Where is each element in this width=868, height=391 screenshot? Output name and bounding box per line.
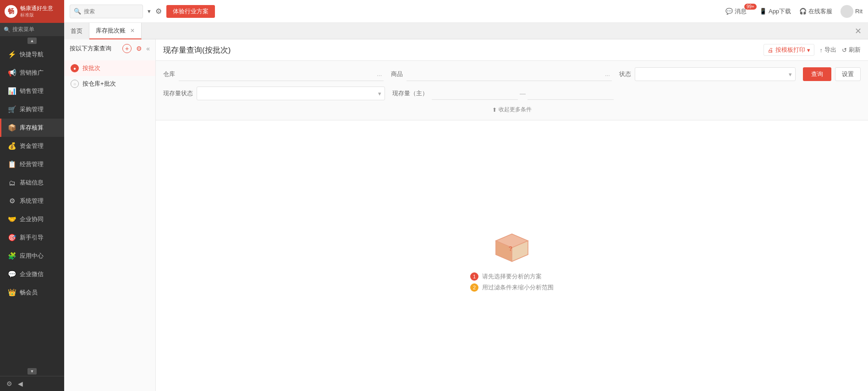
scheme-list: ● 按批次 ○ 按仓库+批次 (64, 58, 155, 94)
purchase-icon: 🛒 (8, 105, 16, 114)
close-all-tabs-btn[interactable]: ✕ (848, 26, 868, 36)
right-panel: 现存量查询(按批次) 🖨 按模板打印 ▾ ↑ 导出 ↺ 刷新 (156, 39, 868, 391)
scroll-down-arrow[interactable]: ▼ (27, 368, 37, 375)
app-center-icon: 🧩 (8, 252, 16, 260)
scheme-item-batch[interactable]: ● 按批次 (64, 60, 155, 76)
warehouse-filter: 仓库 ... (163, 67, 384, 81)
sidebar-item-enterprise-wechat[interactable]: 💬 企业微信 (0, 265, 64, 283)
product-dots[interactable]: ... (605, 71, 612, 77)
headset-icon: 🎧 (799, 8, 807, 15)
collapse-up-icon: ⬆ (492, 107, 497, 113)
tip-item-1: 1 请先选择要分析的方案 (470, 272, 554, 281)
operations-icon: 📋 (8, 160, 16, 168)
product-label: 商品 (391, 70, 403, 78)
sidebar-item-operations[interactable]: 📋 经营管理 (0, 155, 64, 174)
warehouse-label: 仓库 (163, 70, 175, 78)
content-area: 按以下方案查询 + ⚙ « ● 按批次 (64, 39, 868, 391)
system-icon: ⚙ (8, 197, 16, 205)
guide-icon: 🎯 (8, 234, 16, 242)
app-version: 标准版 (20, 12, 53, 18)
tip-num-2: 2 (470, 283, 478, 292)
app-download-btn[interactable]: 📱 App下载 (759, 7, 791, 16)
sidebar-item-label: 快捷导航 (20, 50, 44, 59)
print-dropdown-icon[interactable]: ▾ (807, 47, 810, 54)
tab-batch-account-label: 库存批次账 (96, 27, 126, 35)
trial-button[interactable]: 体验行业方案 (166, 5, 215, 18)
scheme-dot-outline: ○ (71, 80, 79, 88)
scheme-batch-label: 按批次 (82, 64, 100, 72)
sidebar-item-quick-nav[interactable]: ⚡ 快捷导航 (0, 45, 64, 64)
scheme-gear-btn[interactable]: ⚙ (134, 44, 143, 53)
sidebar-item-label: 企业协同 (20, 215, 44, 223)
sidebar-item-label: 销售管理 (20, 87, 44, 95)
sidebar-item-marketing[interactable]: 📢 营销推广 (0, 64, 64, 82)
print-btn[interactable]: 🖨 按模板打印 ▾ (764, 44, 814, 56)
sidebar-item-vip[interactable]: 👑 畅会员 (0, 283, 64, 302)
topbar-dropdown[interactable]: ▾ (148, 8, 151, 15)
quantity-min-input[interactable] (432, 87, 518, 100)
collapse-more-btn[interactable]: ⬆ 收起更多条件 (163, 106, 861, 114)
tab-close-icon[interactable]: ✕ (130, 27, 135, 34)
warehouse-input-block[interactable]: ... (179, 67, 384, 81)
sidebar-item-new-guide[interactable]: 🎯 新手引导 (0, 228, 64, 247)
sales-icon: 📊 (8, 87, 16, 95)
query-button[interactable]: 查询 (803, 67, 831, 81)
sidebar-item-inventory[interactable]: 📦 库存核算 (0, 119, 64, 137)
sidebar-item-basic[interactable]: 🗂 基础信息 (0, 174, 64, 192)
sidebar-item-label: 企业微信 (20, 270, 44, 278)
sidebar-item-enterprise-collab[interactable]: 🤝 企业协同 (0, 210, 64, 228)
export-btn[interactable]: ↑ 导出 (820, 46, 837, 54)
tab-batch-account[interactable]: 库存批次账 ✕ (89, 23, 142, 39)
quantity-main-label: 现存量（主） (392, 89, 428, 98)
export-label: 导出 (824, 46, 836, 54)
sidebar-nav: ⚡ 快捷导航 📢 营销推广 📊 销售管理 🛒 采购管理 📦 库存核算 💰 资金管… (0, 45, 64, 367)
collapse-left-panel-btn[interactable]: « (146, 45, 150, 52)
topbar-gear-icon[interactable]: ⚙ (155, 7, 162, 16)
quantity-max-input[interactable] (527, 87, 614, 100)
sidebar-item-label: 新手引导 (20, 234, 44, 242)
status-filter: 状态 (619, 67, 796, 81)
sidebar-item-label: 应用中心 (20, 252, 44, 260)
scheme-dot-active: ● (71, 64, 79, 72)
topbar: 🔍 ▾ ⚙ 体验行业方案 💬 消息 99+ 📱 App下载 🎧 在线客服 (64, 0, 868, 23)
empty-state-image: ? (484, 220, 539, 266)
sidebar-item-app-center[interactable]: 🧩 应用中心 (0, 247, 64, 265)
topbar-search-box[interactable]: 🔍 (70, 5, 143, 18)
search-icon: 🔍 (4, 27, 11, 33)
sidebar-search[interactable]: 🔍 搜索菜单 (0, 23, 64, 36)
app-name-block: 畅康通好生意 标准版 (20, 5, 53, 18)
warehouse-dots[interactable]: ... (377, 71, 384, 77)
export-icon: ↑ (820, 47, 823, 54)
topbar-search-input[interactable] (84, 8, 139, 15)
footer-settings-icon[interactable]: ⚙ (6, 380, 12, 387)
user-menu[interactable]: Rit (841, 5, 863, 18)
marketing-icon: 📢 (8, 69, 16, 77)
footer-toggle-icon[interactable]: ◀ (18, 380, 23, 387)
filter-row-2: 现存量状态 现存量（主） — (163, 87, 861, 100)
topbar-right: 💬 消息 99+ 📱 App下载 🎧 在线客服 Rit (725, 5, 863, 18)
inventory-status-select[interactable] (197, 87, 385, 100)
status-select[interactable] (635, 67, 796, 81)
refresh-btn[interactable]: ↺ 刷新 (842, 46, 861, 54)
scroll-up-arrow[interactable]: ▲ (27, 38, 37, 44)
sidebar-item-sales[interactable]: 📊 销售管理 (0, 82, 64, 100)
inventory-status-select-wrap (197, 87, 385, 100)
notifications-btn[interactable]: 💬 消息 99+ (725, 7, 751, 16)
add-scheme-btn[interactable]: + (122, 44, 132, 53)
sidebar-scroll-bottom: ▼ (0, 367, 64, 376)
quantity-main-filter: 现存量（主） — (392, 87, 614, 100)
tip-num-1: 1 (470, 272, 478, 281)
tab-home-label: 首页 (71, 27, 82, 35)
left-panel-title: 按以下方案查询 (70, 44, 111, 53)
settings-button[interactable]: 设置 (835, 67, 861, 81)
sidebar-item-label: 采购管理 (20, 105, 44, 114)
sidebar-item-finance[interactable]: 💰 资金管理 (0, 137, 64, 155)
online-service-btn[interactable]: 🎧 在线客服 (799, 7, 832, 16)
sidebar-item-purchase[interactable]: 🛒 采购管理 (0, 100, 64, 119)
tab-home[interactable]: 首页 (64, 23, 89, 39)
scheme-item-warehouse-batch[interactable]: ○ 按仓库+批次 (64, 76, 155, 92)
product-input-block[interactable]: ... (407, 67, 611, 81)
sidebar-item-system[interactable]: ⚙ 系统管理 (0, 192, 64, 210)
filter-row-actions: 查询 设置 (803, 67, 861, 81)
product-filter: 商品 ... (391, 67, 611, 81)
